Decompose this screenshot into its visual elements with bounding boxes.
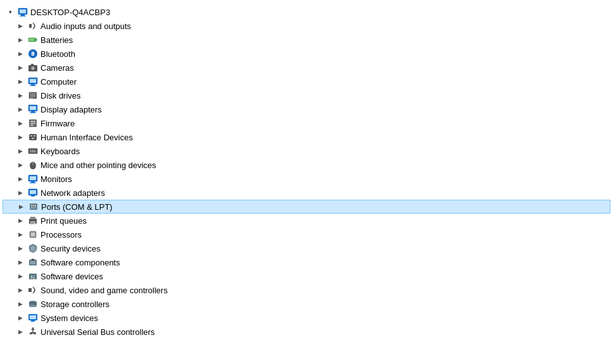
root-item[interactable]: ▾ DESKTOP-Q4ACBP3	[3, 5, 610, 19]
svg-point-83	[29, 305, 37, 307]
expander-hid[interactable]: ▶	[15, 132, 25, 142]
label-softdev: Software devices	[40, 272, 103, 281]
svg-point-11	[32, 67, 34, 70]
expander-sound[interactable]: ▶	[15, 285, 25, 295]
expander-audio[interactable]: ▶	[15, 21, 25, 31]
tree-item-sysdev[interactable]: ▶ System devices	[3, 311, 610, 325]
icon-storage	[28, 299, 38, 309]
tree-item-display[interactable]: ▶ Display adapters	[3, 102, 610, 116]
icon-usb	[28, 327, 38, 337]
svg-rect-46	[31, 181, 35, 183]
icon-network	[28, 188, 38, 198]
expander-network[interactable]: ▶	[15, 188, 25, 198]
icon-ports	[28, 202, 39, 212]
tree-item-sound[interactable]: ▶ Sound, video and game controllers	[3, 283, 610, 297]
svg-rect-16	[30, 85, 36, 86]
expander-bluetooth[interactable]: ▶	[15, 49, 25, 59]
icon-bluetooth	[28, 49, 38, 59]
expander-keyboards[interactable]: ▶	[15, 146, 25, 156]
tree-item-audio[interactable]: ▶ Audio inputs and outputs	[3, 19, 610, 33]
svg-rect-15	[31, 84, 35, 85]
tree-item-storage[interactable]: ▶ Storage controllers	[3, 297, 610, 311]
tree-item-firmware[interactable]: ▶ Firmware	[3, 116, 610, 130]
label-computer: Computer	[40, 77, 77, 87]
label-network: Network adapters	[40, 188, 105, 198]
root-label: DESKTOP-Q4ACBP3	[30, 8, 110, 17]
svg-rect-32	[32, 138, 34, 139]
device-manager-tree[interactable]: ▾ DESKTOP-Q4ACBP3 ▶ Audio inputs and out…	[0, 0, 613, 364]
tree-item-hid[interactable]: ▶ Human Interface Devices	[3, 130, 610, 144]
svg-rect-36	[34, 150, 35, 151]
tree-item-softcomp[interactable]: ▶ Software components	[3, 255, 610, 269]
svg-rect-19	[30, 95, 35, 97]
icon-softdev	[28, 271, 38, 281]
expander-usb[interactable]: ▶	[15, 327, 25, 337]
tree-item-softdev[interactable]: ▶ Software devices	[3, 269, 610, 283]
svg-rect-47	[30, 183, 36, 183]
tree-item-monitors[interactable]: ▶ Monitors	[3, 172, 610, 186]
expander-security[interactable]: ▶	[15, 243, 25, 253]
icon-batteries	[28, 35, 38, 45]
label-security: Security devices	[40, 244, 101, 253]
label-print: Print queues	[40, 216, 87, 226]
expander-cameras[interactable]: ▶	[15, 63, 25, 73]
expander-print[interactable]: ▶	[15, 215, 25, 226]
expander-softdev[interactable]: ▶	[15, 271, 25, 281]
tree-item-bluetooth[interactable]: ▶ Bluetooth	[3, 47, 610, 61]
icon-sound	[28, 285, 38, 295]
svg-rect-59	[31, 222, 35, 222]
tree-item-ports[interactable]: ▶ Ports (COM & LPT)	[3, 200, 610, 214]
svg-rect-40	[35, 152, 36, 153]
svg-rect-26	[30, 121, 35, 122]
svg-rect-7	[29, 39, 34, 41]
tree-item-keyboards[interactable]: ▶ Keyboards	[3, 144, 610, 158]
label-audio: Audio inputs and outputs	[40, 21, 131, 31]
svg-rect-34	[30, 150, 31, 151]
expander-firmware[interactable]: ▶	[15, 118, 25, 128]
expander-display[interactable]: ▶	[15, 104, 25, 114]
tree-item-usb[interactable]: ▶ Universal Serial Bus controllers	[3, 325, 610, 339]
expander-ports[interactable]: ▶	[16, 202, 26, 212]
tree-item-network[interactable]: ▶ Network adapters	[3, 186, 610, 200]
svg-rect-14	[30, 79, 36, 83]
tree-item-mice[interactable]: ▶ Mice and other pointing devices	[3, 158, 610, 172]
label-cameras: Cameras	[40, 63, 74, 73]
tree-item-security[interactable]: ▶ Security devices	[3, 241, 610, 255]
tree-item-batteries[interactable]: ▶ Batteries	[3, 33, 610, 47]
label-softcomp: Software components	[40, 258, 120, 267]
icon-audio	[28, 21, 38, 31]
root-expander[interactable]: ▾	[5, 7, 15, 17]
icon-firmware	[28, 118, 38, 128]
expander-softcomp[interactable]: ▶	[15, 257, 25, 267]
svg-rect-6	[36, 39, 37, 40]
icon-keyboards	[28, 146, 38, 156]
svg-rect-37	[35, 150, 36, 151]
svg-rect-12	[31, 64, 34, 66]
tree-item-print[interactable]: ▶ Print queues	[3, 214, 610, 228]
svg-rect-33	[28, 149, 37, 154]
expander-processors[interactable]: ▶	[15, 229, 25, 240]
svg-rect-22	[30, 106, 36, 110]
expander-monitors[interactable]: ▶	[15, 174, 25, 184]
svg-rect-60	[31, 223, 34, 224]
expander-sysdev[interactable]: ▶	[15, 313, 25, 323]
tree-item-processors[interactable]: ▶ Processors	[3, 228, 610, 241]
label-firmware: Firmware	[40, 119, 75, 128]
svg-marker-88	[31, 327, 35, 330]
expander-mice[interactable]: ▶	[15, 160, 25, 170]
icon-softcomp	[28, 257, 38, 267]
svg-rect-85	[30, 315, 36, 319]
svg-rect-38	[30, 152, 31, 153]
expander-computer[interactable]: ▶	[15, 76, 25, 87]
svg-rect-24	[30, 112, 36, 113]
expander-storage[interactable]: ▶	[15, 299, 25, 309]
svg-rect-20	[30, 97, 33, 99]
tree-item-disk[interactable]: ▶ Disk drives	[3, 88, 610, 102]
svg-rect-23	[31, 111, 35, 112]
label-batteries: Batteries	[40, 35, 73, 45]
tree-item-computer[interactable]: ▶ Computer	[3, 75, 610, 88]
svg-rect-3	[20, 16, 26, 16]
expander-disk[interactable]: ▶	[15, 90, 25, 100]
expander-batteries[interactable]: ▶	[15, 35, 25, 45]
tree-item-cameras[interactable]: ▶ Cameras	[3, 61, 610, 75]
